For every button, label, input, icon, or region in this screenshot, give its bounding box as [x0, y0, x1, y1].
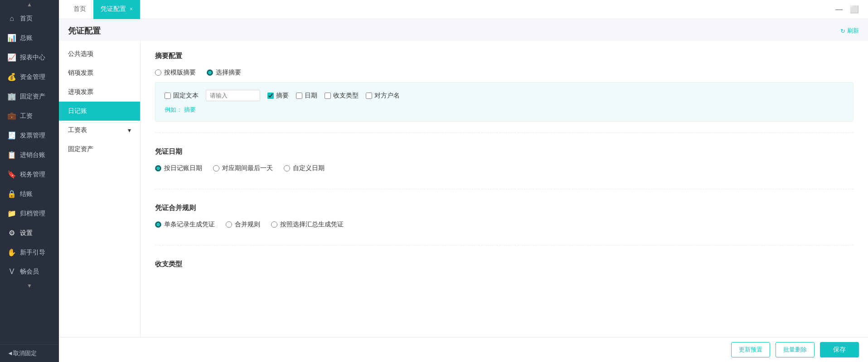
radio-journal-date-input[interactable] — [155, 165, 161, 171]
radio-select-summary[interactable]: 选择摘要 — [207, 68, 241, 77]
nav-item-payroll[interactable]: 工资表 ▾ — [59, 121, 140, 140]
settings-icon: ⚙ — [7, 229, 16, 237]
checkbox-date[interactable]: 日期 — [296, 92, 317, 100]
checkbox-fixed-text[interactable]: 固定文本 — [165, 92, 199, 100]
sidebar-item-ledger[interactable]: 📊 总账 — [0, 28, 59, 48]
funds-icon: 💰 — [7, 73, 16, 81]
voucher-date-radio-group: 按日记账日期 对应期间最后一天 自定义日期 — [155, 164, 853, 172]
radio-template-input[interactable] — [155, 69, 161, 76]
merge-rule-title: 凭证合并规则 — [155, 204, 853, 212]
update-preview-button[interactable]: 更新预置 — [731, 342, 770, 357]
sidebar-unpin-button[interactable]: ◄取消固定 — [0, 344, 59, 362]
sidebar-item-member[interactable]: V 畅会员 — [0, 262, 59, 281]
voucher-date-title: 凭证日期 — [155, 147, 853, 156]
page-title: 凭证配置 — [68, 25, 101, 36]
radio-by-selection[interactable]: 按照选择汇总生成凭证 — [271, 220, 344, 229]
radio-custom-date-input[interactable] — [284, 165, 290, 171]
nav-item-public[interactable]: 公共选项 — [59, 44, 140, 64]
radio-last-period-input[interactable] — [213, 165, 219, 171]
salary-icon: 💼 — [7, 112, 16, 120]
assets-icon: 🏢 — [7, 92, 16, 101]
sidebar-item-tax[interactable]: 🔖 税务管理 — [0, 165, 59, 184]
content-body: 公共选项 销项发票 进项发票 日记账 工资表 ▾ 固定资产 — [59, 41, 868, 337]
sidebar-item-close[interactable]: 🔒 结账 — [0, 184, 59, 204]
right-content: 摘要配置 按模版摘要 选择摘要 — [141, 41, 868, 337]
example-text: 例如： 摘要 — [165, 106, 844, 114]
radio-single-input[interactable] — [155, 221, 161, 228]
chevron-down-icon: ▾ — [128, 127, 131, 134]
checkbox-summary-input[interactable] — [267, 93, 274, 99]
tab-close-icon[interactable]: × — [130, 6, 133, 12]
summary-radio-group: 按模版摘要 选择摘要 — [155, 68, 853, 77]
fixed-text-input[interactable] — [206, 90, 260, 101]
invoice-icon: 🧾 — [7, 131, 16, 140]
nav-item-purchase-invoice[interactable]: 进项发票 — [59, 83, 140, 102]
tax-icon: 🔖 — [7, 170, 16, 179]
report-icon: 📈 — [7, 53, 16, 62]
refresh-icon: ↻ — [840, 28, 845, 34]
checkbox-income-type[interactable]: 收支类型 — [325, 92, 359, 100]
voucher-date-section: 凭证日期 按日记账日期 对应期间最后一天 自定义日期 — [155, 147, 853, 189]
sidebar-item-invoice[interactable]: 🧾 发票管理 — [0, 126, 59, 145]
ledger-icon: 📊 — [7, 34, 16, 42]
checkbox-summary[interactable]: 摘要 — [267, 92, 289, 100]
radio-merge-rule[interactable]: 合并规则 — [226, 220, 260, 229]
checkbox-income-type-input[interactable] — [325, 93, 331, 99]
checkbox-row: 固定文本 摘要 日期 — [165, 90, 844, 101]
window-maximize-button[interactable]: ⬜ — [848, 3, 861, 15]
sidebar-item-settings[interactable]: ⚙ 设置 — [0, 223, 59, 243]
radio-by-selection-input[interactable] — [271, 221, 277, 228]
refresh-button[interactable]: ↻ 刷新 — [840, 27, 859, 35]
page-content: 凭证配置 ↻ 刷新 公共选项 销项发票 进项发票 日记账 — [59, 19, 868, 362]
nav-item-fixed-assets[interactable]: 固定资产 — [59, 140, 140, 159]
summary-section: 摘要配置 按模版摘要 选择摘要 — [155, 52, 853, 133]
left-nav: 公共选项 销项发票 进项发票 日记账 工资表 ▾ 固定资产 — [59, 41, 141, 337]
tab-home[interactable]: 首页 — [66, 0, 93, 19]
radio-last-period-day[interactable]: 对应期间最后一天 — [213, 164, 273, 172]
sidebar-item-report[interactable]: 📈 报表中心 — [0, 48, 59, 67]
tab-bar-actions: — ⬜ — [834, 3, 861, 15]
income-type-section: 收支类型 — [155, 260, 853, 288]
trade-icon: 📋 — [7, 151, 16, 159]
page-header: 凭证配置 ↻ 刷新 — [59, 19, 868, 41]
income-type-title: 收支类型 — [155, 260, 853, 269]
radio-select-input[interactable] — [207, 69, 213, 76]
nav-item-journal[interactable]: 日记账 — [59, 102, 140, 121]
save-button[interactable]: 保存 — [820, 342, 859, 357]
merge-rule-section: 凭证合并规则 单条记录生成凭证 合并规则 按照选择汇总生成凭证 — [155, 204, 853, 245]
batch-delete-button[interactable]: 批量删除 — [776, 342, 815, 357]
sidebar-scroll-down[interactable]: ▼ — [0, 281, 59, 290]
sidebar-item-assets[interactable]: 🏢 固定资产 — [0, 87, 59, 106]
sidebar-item-guide[interactable]: ✋ 新手引导 — [0, 243, 59, 262]
guide-icon: ✋ — [7, 248, 16, 257]
sidebar-item-trade[interactable]: 📋 进销台账 — [0, 145, 59, 165]
checkbox-fixed-text-input[interactable] — [165, 93, 171, 99]
bottom-action-bar: 更新预置 批量删除 保存 — [59, 337, 868, 362]
checkbox-counterpart[interactable]: 对方户名 — [366, 92, 400, 100]
checkbox-counterpart-input[interactable] — [366, 93, 372, 99]
close-accounts-icon: 🔒 — [7, 190, 16, 198]
archive-icon: 📁 — [7, 209, 16, 218]
merge-rule-radio-group: 单条记录生成凭证 合并规则 按照选择汇总生成凭证 — [155, 220, 853, 229]
member-icon: V — [7, 268, 16, 276]
radio-custom-date[interactable]: 自定义日期 — [284, 164, 325, 172]
sidebar-item-funds[interactable]: 💰 资金管理 — [0, 67, 59, 87]
tab-bar: 首页 凭证配置 × — ⬜ — [59, 0, 868, 19]
checkbox-date-input[interactable] — [296, 93, 302, 99]
main-area: 首页 凭证配置 × — ⬜ 凭证配置 ↻ 刷新 公共选项 — [59, 0, 868, 362]
sidebar-item-salary[interactable]: 💼 工资 — [0, 106, 59, 126]
sidebar-item-archive[interactable]: 📁 归档管理 — [0, 204, 59, 223]
home-icon: ⌂ — [7, 15, 16, 23]
sidebar-item-home[interactable]: ⌂ 首页 — [0, 9, 59, 28]
radio-single-record[interactable]: 单条记录生成凭证 — [155, 220, 215, 229]
tab-voucher-config[interactable]: 凭证配置 × — [93, 0, 140, 19]
radio-merge-input[interactable] — [226, 221, 232, 228]
radio-template-summary[interactable]: 按模版摘要 — [155, 68, 196, 77]
window-minimize-button[interactable]: — — [834, 3, 844, 15]
summary-config-box: 固定文本 摘要 日期 — [155, 82, 853, 122]
summary-section-title: 摘要配置 — [155, 52, 853, 60]
radio-by-journal-date[interactable]: 按日记账日期 — [155, 164, 202, 172]
sidebar: ▲ ⌂ 首页 📊 总账 📈 报表中心 💰 资金管理 🏢 固定资产 💼 工资 🧾 … — [0, 0, 59, 362]
sidebar-scroll-up[interactable]: ▲ — [0, 0, 59, 9]
nav-item-sales-invoice[interactable]: 销项发票 — [59, 64, 140, 83]
